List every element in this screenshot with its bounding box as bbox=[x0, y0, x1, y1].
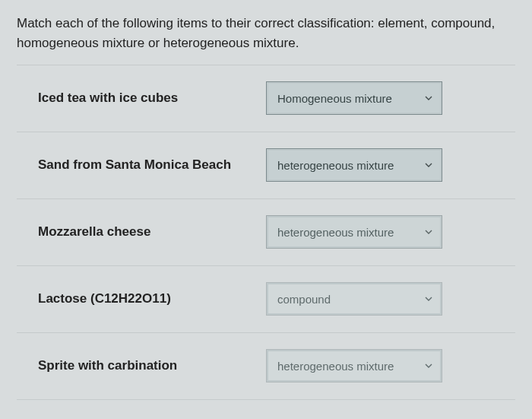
match-prompt: Sprite with carbination bbox=[38, 357, 266, 375]
classification-select[interactable]: heterogeneous mixture bbox=[266, 215, 442, 249]
match-prompt: Sand from Santa Monica Beach bbox=[38, 157, 266, 174]
classification-select[interactable]: heterogeneous mixture bbox=[266, 349, 442, 382]
select-value: heterogeneous mixture bbox=[277, 159, 394, 172]
select-value: heterogeneous mixture bbox=[277, 226, 394, 239]
chevron-down-icon bbox=[425, 295, 432, 303]
classification-select[interactable]: heterogeneous mixture bbox=[266, 148, 442, 182]
match-row: Iced tea with ice cubes Homogeneous mixt… bbox=[17, 65, 515, 132]
match-row: Lactose (C12H22O11) compound bbox=[17, 266, 515, 333]
match-row: Sand from Santa Monica Beach heterogeneo… bbox=[17, 132, 515, 199]
question-instructions: Match each of the following items to the… bbox=[17, 14, 515, 54]
classification-select[interactable]: compound bbox=[266, 282, 442, 316]
match-prompt: Lactose (C12H22O11) bbox=[38, 290, 266, 308]
match-row: Sprite with carbination heterogeneous mi… bbox=[17, 333, 515, 400]
select-value: compound bbox=[277, 293, 331, 306]
chevron-down-icon bbox=[425, 94, 432, 102]
classification-select[interactable]: Homogeneous mixture bbox=[266, 81, 442, 115]
match-prompt: Mozzarella cheese bbox=[38, 224, 266, 241]
match-row: Mozzarella cheese heterogeneous mixture bbox=[17, 199, 515, 266]
chevron-down-icon bbox=[425, 362, 432, 370]
select-value: heterogeneous mixture bbox=[277, 360, 394, 373]
select-value: Homogeneous mixture bbox=[277, 92, 392, 105]
match-prompt: Iced tea with ice cubes bbox=[38, 90, 266, 107]
chevron-down-icon bbox=[425, 228, 432, 236]
chevron-down-icon bbox=[425, 161, 432, 169]
